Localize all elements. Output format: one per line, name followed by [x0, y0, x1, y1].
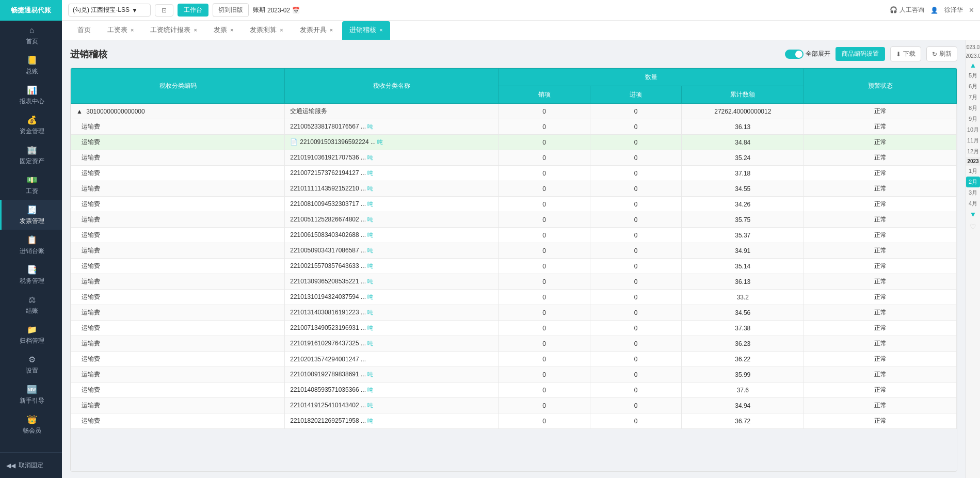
expand-icon[interactable]: ▲	[76, 108, 83, 115]
settings-btn[interactable]: 商品编码设置	[836, 47, 885, 61]
table-row: 运输费 22100511252826674802 ... 吨 0 0 35.75…	[71, 212, 957, 228]
cell-invoice-num: 22100713490523196931 ... 吨	[285, 321, 499, 336]
cell-cumulative: 33.2	[682, 290, 804, 305]
table-row: 运输费 22101820212692571958 ... 吨 0 0 36.72…	[71, 413, 957, 429]
sidebar-label-reports: 报表中心	[20, 97, 44, 106]
cell-item-name: 运输费	[71, 119, 285, 135]
sidebar-icon-member: 👑	[27, 415, 37, 424]
month-item-4月[interactable]: 4月	[966, 198, 980, 209]
tab-工资统计报表[interactable]: 工资统计报表×	[143, 21, 204, 40]
cell-purchase: 0	[590, 336, 682, 352]
cell-cumulative: 36.72	[682, 413, 804, 429]
month-item-3月[interactable]: 3月	[966, 187, 980, 198]
cell-item-name: 运输费	[71, 383, 285, 398]
tab-label: 发票测算	[250, 25, 277, 35]
cell-cumulative: 35.37	[682, 228, 804, 243]
workspace-button[interactable]: 工作台	[178, 4, 208, 17]
cell-item-name: 运输费	[71, 181, 285, 197]
sidebar-item-sales_ledger[interactable]: 📋进销台账	[0, 230, 62, 260]
sidebar-item-settings[interactable]: ⚙设置	[0, 349, 62, 379]
tab-进销稽核[interactable]: 进销稽核×	[342, 21, 390, 40]
cell-status: 正常	[804, 290, 957, 305]
sidebar-item-ledger[interactable]: 📒总账	[0, 50, 62, 80]
cell-sales: 0	[499, 197, 590, 212]
sidebar-label-guide: 新手引导	[20, 396, 44, 405]
expand-toggle[interactable]: 全部展开	[785, 50, 830, 59]
month-item-1月[interactable]: 1月	[966, 166, 980, 177]
table-row: 运输费 22100523381780176567 ... 吨 0 0 36.13…	[71, 119, 957, 135]
topbar-close-btn[interactable]: ×	[969, 6, 974, 15]
cell-purchase: 0	[590, 212, 682, 228]
tab-工资表[interactable]: 工资表×	[100, 21, 141, 40]
tab-发票测算[interactable]: 发票测算×	[243, 21, 290, 40]
toggle-switch[interactable]	[785, 50, 804, 59]
month-item-12月[interactable]: 12月	[966, 146, 980, 157]
month-item-5月[interactable]: 5月	[966, 70, 980, 81]
sidebar-item-archive[interactable]: 📁归档管理	[0, 320, 62, 349]
cell-invoice-num: 22101314030816191223 ... 吨	[285, 305, 499, 321]
sidebar-item-salary[interactable]: 💵工资	[0, 170, 62, 200]
cell-status: 正常	[804, 336, 957, 352]
sidebar-item-settlement[interactable]: ⚖结账	[0, 290, 62, 320]
tab-发票[interactable]: 发票×	[206, 21, 240, 40]
month-item-6月[interactable]: 6月	[966, 81, 980, 92]
unpin-button[interactable]: ◀◀ 取消固定	[0, 457, 62, 474]
cell-purchase: 0	[590, 150, 682, 166]
tabbar: 首页工资表×工资统计报表×发票×发票测算×发票开具×进销稽核×	[62, 21, 980, 40]
tab-close-icon[interactable]: ×	[131, 27, 134, 33]
support-btn[interactable]: 🎧 人工咨询	[890, 6, 924, 14]
month-item-11月[interactable]: 11月	[966, 135, 980, 146]
sidebar-label-sales_ledger: 进销台账	[20, 247, 44, 256]
table-row: 运输费 22102013574294001247 ... 0 0 36.22 正…	[71, 352, 957, 367]
table-header-row-1: 税收分类编码 税收分类名称 数量 预警状态	[71, 69, 957, 86]
cell-status: 正常	[804, 212, 957, 228]
cell-invoice-num: 22100721573762194127 ... 吨	[285, 166, 499, 181]
cell-purchase: 0	[590, 181, 682, 197]
cell-cumulative: 34.55	[682, 181, 804, 197]
cell-sales: 0	[499, 367, 590, 383]
cell-invoice-num: 22100523381780176567 ... 吨	[285, 119, 499, 135]
heart-icon[interactable]: ♡	[968, 221, 978, 232]
sidebar-item-tax_mgmt[interactable]: 📑税务管理	[0, 260, 62, 290]
tab-close-icon[interactable]: ×	[194, 27, 197, 33]
sidebar-label-member: 畅会员	[23, 426, 41, 435]
cell-sales: 0	[499, 274, 590, 290]
tab-close-icon[interactable]: ×	[230, 27, 233, 33]
tab-发票开具[interactable]: 发票开具×	[293, 21, 340, 40]
sidebar-item-member[interactable]: 👑畅会员	[0, 409, 62, 439]
cell-invoice-num: 22101910361921707536 ... 吨	[285, 150, 499, 166]
cell-status: 正常	[804, 413, 957, 429]
cell-sales: 0	[499, 305, 590, 321]
table-row: 运输费 22100721573762194127 ... 吨 0 0 37.18…	[71, 166, 957, 181]
tab-close-icon[interactable]: ×	[280, 27, 283, 33]
scroll-down-btn[interactable]: ▼	[968, 209, 978, 219]
switch-version-button[interactable]: 切到旧版	[213, 3, 249, 17]
cell-sales: 0	[499, 336, 590, 352]
month-item-8月[interactable]: 8月	[966, 103, 980, 114]
cell-invoice-num: 22101009192789838691 ... 吨	[285, 367, 499, 383]
sidebar-item-reports[interactable]: 📊报表中心	[0, 80, 62, 110]
month-item-2月[interactable]: 2月	[966, 177, 980, 187]
tab-close-icon[interactable]: ×	[379, 27, 382, 33]
tab-首页[interactable]: 首页	[70, 21, 98, 40]
month-item-9月[interactable]: 9月	[966, 114, 980, 124]
scroll-up-btn[interactable]: ▲	[968, 60, 978, 70]
page-header: 进销稽核 全部展开 商品编码设置 ⬇ 下载 ↻ 刷新	[70, 46, 957, 61]
cell-invoice-num: 22100215570357643633 ... 吨	[285, 259, 499, 274]
refresh-btn[interactable]: ↻ 刷新	[926, 46, 957, 61]
cell-cumulative: 36.23	[682, 336, 804, 352]
sidebar-item-home[interactable]: ⌂首页	[0, 21, 62, 50]
copy-button[interactable]: ⊡	[155, 4, 173, 17]
cell-purchase: 0	[590, 274, 682, 290]
sidebar-item-capital[interactable]: 💰资金管理	[0, 110, 62, 140]
month-item-7月[interactable]: 7月	[966, 92, 980, 103]
download-btn[interactable]: ⬇ 下载	[890, 46, 921, 61]
tab-close-icon[interactable]: ×	[330, 27, 333, 33]
sidebar-item-guide[interactable]: 🆕新手引导	[0, 379, 62, 409]
sidebar-icon-reports: 📊	[27, 85, 37, 95]
company-selector[interactable]: (勾兑) 江西报宝-LSS ▼	[68, 4, 151, 17]
cell-status: 正常	[804, 166, 957, 181]
sidebar-item-invoice_mgmt[interactable]: 🧾发票管理	[0, 200, 62, 230]
sidebar-item-assets[interactable]: 🏢固定资产	[0, 140, 62, 170]
month-item-10月[interactable]: 10月	[966, 124, 980, 135]
